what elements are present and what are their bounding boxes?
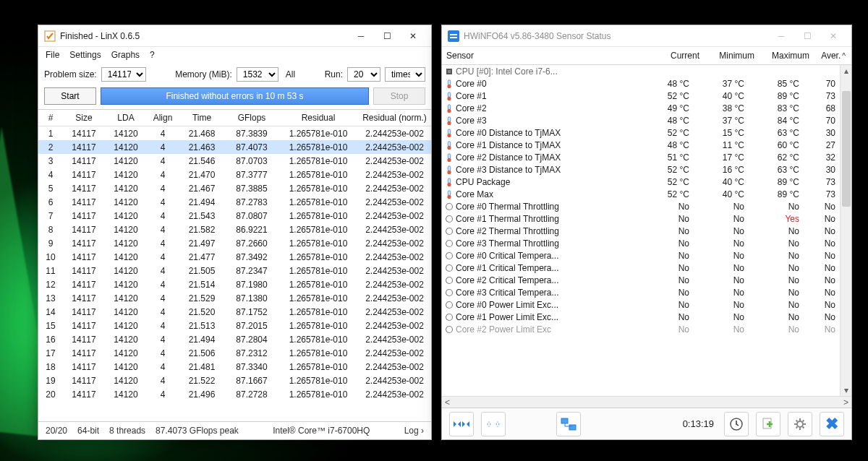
stop-button[interactable]: Stop <box>373 87 425 105</box>
linx-result-row[interactable]: 101411714120421.47787.34921.265781e-0102… <box>38 250 431 264</box>
linx-result-row[interactable]: 41411714120421.47087.37771.265781e-0102.… <box>38 168 431 181</box>
col-current[interactable]: Current <box>644 51 699 61</box>
linx-result-row[interactable]: 191411714120421.52287.16671.265781e-0102… <box>38 374 431 387</box>
scroll-left-icon[interactable]: < <box>445 397 450 408</box>
hwinfo-hscrollbar[interactable]: < > <box>442 396 851 408</box>
hwinfo-vscrollbar[interactable]: ▴ ▾ <box>840 65 851 396</box>
linx-col-4[interactable]: Time <box>179 110 225 126</box>
linx-result-row[interactable]: 121411714120421.51487.19801.265781e-0102… <box>38 277 431 291</box>
linx-titlebar[interactable]: Finished - LinX 0.6.5 ─ ☐ ✕ <box>38 25 431 47</box>
linx-result-row[interactable]: 21411714120421.46387.40731.265781e-0102.… <box>38 140 431 154</box>
settings-button[interactable] <box>788 412 812 436</box>
linx-result-row[interactable]: 51411714120421.46787.38851.265781e-0102.… <box>38 181 431 195</box>
menu-help[interactable]: ? <box>150 50 155 60</box>
linx-result-row[interactable]: 71411714120421.54387.08071.265781e-0102.… <box>38 209 431 223</box>
col-maximum[interactable]: Maximum <box>754 51 809 61</box>
linx-result-row[interactable]: 181411714120421.48187.33401.265781e-0102… <box>38 360 431 374</box>
scroll-right-icon[interactable]: > <box>843 397 848 408</box>
scroll-thumb[interactable] <box>842 91 851 207</box>
sensor-row[interactable]: Core #152 °C40 °C89 °C73 <box>442 90 840 102</box>
sensor-row[interactable]: Core #048 °C37 °C85 °C70 <box>442 77 840 90</box>
linx-result-row[interactable]: 31411714120421.54687.07031.265781e-0102.… <box>38 154 431 168</box>
linx-minimize-button[interactable]: ─ <box>349 28 373 44</box>
run-count-select[interactable]: 20 <box>347 67 380 82</box>
collapse-button[interactable] <box>481 412 506 436</box>
run-unit-select[interactable]: times <box>385 67 425 82</box>
linx-toolbar: Problem size: 14117 Memory (MiB): 1532 A… <box>38 64 431 85</box>
sensor-row[interactable]: Core #1 Distance to TjMAX48 °C11 °C60 °C… <box>442 139 840 151</box>
save-button[interactable] <box>756 412 780 436</box>
linx-result-row[interactable]: 171411714120421.50687.23121.265781e-0102… <box>38 346 431 360</box>
linx-status-row: Start Finished without errors in 10 m 53… <box>38 85 431 109</box>
memory-select[interactable]: 1532 <box>237 67 278 82</box>
linx-result-row[interactable]: 151411714120421.51387.20151.265781e-0102… <box>38 319 431 332</box>
linx-result-row[interactable]: 131411714120421.52987.13801.265781e-0102… <box>38 291 431 305</box>
svg-point-28 <box>446 228 453 234</box>
linx-window: Finished - LinX 0.6.5 ─ ☐ ✕ File Setting… <box>38 25 432 440</box>
hwinfo-sensor-list[interactable]: CPU [#0]: Intel Core i7-6...Core #048 °C… <box>442 65 851 396</box>
sensor-row[interactable]: Core #1 Power Limit Exc...NoNoNoNo <box>442 311 840 323</box>
footer-log-link[interactable]: Log › <box>404 426 424 436</box>
scroll-up-icon[interactable]: ▴ <box>841 65 851 77</box>
linx-col-1[interactable]: Size <box>63 110 105 126</box>
linx-col-3[interactable]: Align <box>147 110 179 126</box>
linx-result-row[interactable]: 111411714120421.50587.23471.265781e-0102… <box>38 264 431 277</box>
sensor-group-row[interactable]: CPU [#0]: Intel Core i7-6... <box>442 65 840 77</box>
start-button[interactable]: Start <box>44 87 96 105</box>
sensor-row[interactable]: Core #3 Distance to TjMAX52 °C16 °C63 °C… <box>442 163 840 176</box>
expand-button[interactable] <box>449 412 474 436</box>
linx-close-button[interactable]: ✕ <box>401 28 425 44</box>
sensor-row[interactable]: Core #348 °C37 °C84 °C70 <box>442 114 840 126</box>
sensor-row[interactable]: Core #3 Critical Tempera...NoNoNoNo <box>442 286 840 298</box>
hwinfo-column-header[interactable]: Sensor Current Minimum Maximum Aver.^ <box>442 47 851 65</box>
linx-col-0[interactable]: # <box>38 110 63 126</box>
col-average[interactable]: Aver.^ <box>809 51 846 61</box>
hwinfo-maximize-button[interactable]: ☐ <box>795 28 820 44</box>
sensor-row[interactable]: Core #1 Critical Tempera...NoNoNoNo <box>442 262 840 274</box>
clock-button[interactable] <box>724 412 749 436</box>
sensor-row[interactable]: Core #2 Critical Tempera...NoNoNoNo <box>442 274 840 286</box>
hwinfo-titlebar[interactable]: HWiNFO64 v5.86-3480 Sensor Status ─ ☐ ✕ <box>442 25 851 47</box>
linx-result-row[interactable]: 161411714120421.49487.28041.265781e-0102… <box>38 332 431 346</box>
problem-size-select[interactable]: 14117 <box>101 67 146 82</box>
scroll-down-icon[interactable]: ▾ <box>841 384 851 396</box>
sensor-row[interactable]: Core #0 Thermal ThrottlingNoNoNoNo <box>442 200 840 212</box>
sensor-row[interactable]: Core #2 Power Limit ExcNoNoNoNo <box>442 323 840 335</box>
menu-graphs[interactable]: Graphs <box>111 50 140 60</box>
hwinfo-minimize-button[interactable]: ─ <box>769 28 793 44</box>
hwinfo-window: HWiNFO64 v5.86-3480 Sensor Status ─ ☐ ✕ … <box>441 25 852 440</box>
sensor-row[interactable]: Core #3 Thermal ThrottlingNoNoNoNo <box>442 237 840 249</box>
linx-col-5[interactable]: GFlops <box>225 110 278 126</box>
sensor-row[interactable]: Core #2 Thermal ThrottlingNoNoNoNo <box>442 225 840 237</box>
network-button[interactable] <box>556 412 581 436</box>
svg-rect-18 <box>448 153 450 158</box>
col-sensor[interactable]: Sensor <box>446 51 644 61</box>
menu-file[interactable]: File <box>46 50 59 60</box>
linx-result-row[interactable]: 11411714120421.46887.38391.265781e-0102.… <box>38 126 431 141</box>
linx-result-row[interactable]: 141411714120421.52087.17521.265781e-0102… <box>38 305 431 319</box>
linx-result-row[interactable]: 201411714120421.49687.27281.265781e-0102… <box>38 387 431 401</box>
sensor-row[interactable]: Core #2 Distance to TjMAX51 °C17 °C62 °C… <box>442 151 840 163</box>
sensor-row[interactable]: Core #0 Distance to TjMAX52 °C15 °C63 °C… <box>442 126 840 139</box>
linx-result-row[interactable]: 81411714120421.58286.92211.265781e-0102.… <box>38 223 431 236</box>
sensor-row[interactable]: Core #0 Power Limit Exc...NoNoNoNo <box>442 298 840 311</box>
sensor-row[interactable]: Core #249 °C38 °C83 °C68 <box>442 102 840 114</box>
linx-result-row[interactable]: 61411714120421.49487.27831.265781e-0102.… <box>38 195 431 209</box>
menu-settings[interactable]: Settings <box>69 50 101 60</box>
sensor-row[interactable]: Core #1 Thermal ThrottlingNoNoYesNo <box>442 212 840 225</box>
svg-rect-24 <box>448 190 450 195</box>
svg-rect-20 <box>448 165 450 171</box>
linx-col-2[interactable]: LDA <box>105 110 147 126</box>
memory-all-link[interactable]: All <box>286 69 295 79</box>
linx-col-7[interactable]: Residual (norm.) <box>358 110 431 126</box>
sensor-row[interactable]: Core Max52 °C40 °C89 °C73 <box>442 188 840 200</box>
sensor-row[interactable]: Core #0 Critical Tempera...NoNoNoNo <box>442 249 840 262</box>
linx-col-6[interactable]: Residual <box>278 110 358 126</box>
svg-rect-8 <box>448 92 450 97</box>
sensor-row[interactable]: CPU Package52 °C40 °C89 °C73 <box>442 176 840 188</box>
close-toolbar-button[interactable]: ✖ <box>820 412 844 436</box>
linx-result-row[interactable]: 91411714120421.49787.26601.265781e-0102.… <box>38 236 431 250</box>
col-minimum[interactable]: Minimum <box>699 51 754 61</box>
hwinfo-close-button[interactable]: ✕ <box>821 28 846 44</box>
linx-maximize-button[interactable]: ☐ <box>375 28 399 44</box>
